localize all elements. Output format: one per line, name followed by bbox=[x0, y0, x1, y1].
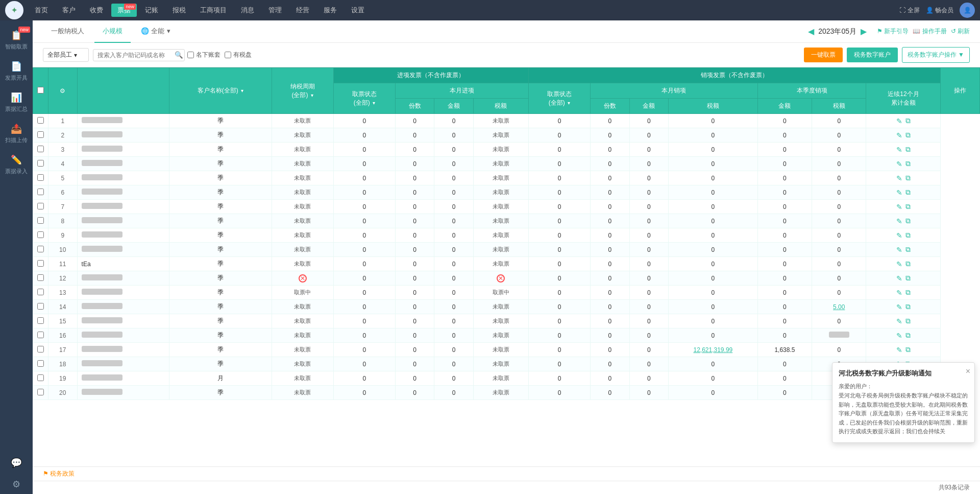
search-input[interactable] bbox=[93, 49, 185, 61]
tax-policy-link[interactable]: ⚑ 税务政策 bbox=[43, 469, 75, 478]
edit-icon[interactable]: ✎ bbox=[896, 317, 902, 325]
copy-icon[interactable]: ⧉ bbox=[905, 188, 911, 197]
tab-general[interactable]: 一般纳税人 bbox=[43, 20, 92, 43]
row-checkbox[interactable] bbox=[37, 317, 44, 324]
edit-icon[interactable]: ✎ bbox=[896, 289, 902, 297]
copy-icon[interactable]: ⧉ bbox=[905, 145, 911, 154]
account-checkbox-label[interactable]: 名下账套 bbox=[187, 51, 220, 59]
copy-icon[interactable]: ⧉ bbox=[905, 317, 911, 325]
row-checkbox[interactable] bbox=[37, 231, 44, 238]
tab-small[interactable]: 小规模 bbox=[94, 20, 131, 43]
select-all-checkbox[interactable] bbox=[37, 87, 44, 93]
copy-icon[interactable]: ⧉ bbox=[905, 131, 911, 139]
edit-icon[interactable]: ✎ bbox=[896, 203, 902, 211]
row-checkbox[interactable] bbox=[37, 303, 44, 310]
sidebar-item-smart-ticket[interactable]: 📋 智能取票 new bbox=[2, 26, 31, 55]
row-checkbox[interactable] bbox=[37, 117, 44, 124]
season-amount-highlight[interactable]: 12,621,319.99 bbox=[693, 346, 732, 354]
app-logo[interactable]: ✦ bbox=[5, 1, 23, 19]
row-checkbox[interactable] bbox=[37, 389, 44, 395]
nav-operation[interactable]: 经营 bbox=[290, 4, 315, 17]
nav-ticket[interactable]: 票据new bbox=[111, 4, 137, 17]
copy-icon[interactable]: ⧉ bbox=[905, 116, 911, 125]
sidebar-item-entry[interactable]: ✏️ 票据录入 bbox=[2, 150, 31, 179]
row-checkbox[interactable] bbox=[37, 274, 44, 281]
account-checkbox[interactable] bbox=[187, 52, 194, 58]
sidebar-item-scan[interactable]: 📤 扫描上传 bbox=[2, 119, 31, 148]
user-avatar[interactable]: 👤 bbox=[960, 3, 975, 18]
row-checkbox[interactable] bbox=[37, 346, 44, 352]
copy-icon[interactable]: ⧉ bbox=[905, 159, 911, 168]
sidebar-item-summary[interactable]: 📊 票据汇总 bbox=[2, 88, 31, 117]
row-checkbox[interactable] bbox=[37, 217, 44, 224]
period-next-btn[interactable]: ▶ bbox=[861, 27, 867, 36]
row-checkbox[interactable] bbox=[37, 246, 44, 252]
nav-service[interactable]: 服务 bbox=[317, 4, 343, 17]
digital-account-ops-btn[interactable]: 税务数字账户操作 ▼ bbox=[902, 47, 970, 63]
fullscreen-btn[interactable]: ⛶ 全屏 bbox=[899, 6, 919, 15]
row-checkbox[interactable] bbox=[37, 203, 44, 209]
row-checkbox[interactable] bbox=[37, 189, 44, 195]
edit-icon[interactable]: ✎ bbox=[896, 303, 902, 311]
employee-select[interactable]: 全部员工 ▾ bbox=[43, 48, 89, 62]
edit-icon[interactable]: ✎ bbox=[896, 274, 902, 283]
nav-client[interactable]: 客户 bbox=[56, 4, 82, 17]
nav-message[interactable]: 消息 bbox=[235, 4, 260, 17]
edit-icon[interactable]: ✎ bbox=[896, 332, 902, 340]
copy-icon[interactable]: ⧉ bbox=[905, 274, 911, 283]
nav-home[interactable]: 首页 bbox=[29, 4, 54, 17]
row-checkbox[interactable] bbox=[37, 374, 44, 381]
copy-icon[interactable]: ⧉ bbox=[905, 217, 911, 225]
manual-btn[interactable]: 📖 操作手册 bbox=[913, 27, 946, 36]
fetch-tickets-btn[interactable]: 一键取票 bbox=[804, 48, 843, 62]
nav-business[interactable]: 工商项目 bbox=[194, 4, 233, 17]
copy-icon[interactable]: ⧉ bbox=[905, 231, 911, 240]
copy-icon[interactable]: ⧉ bbox=[905, 302, 911, 311]
edit-icon[interactable]: ✎ bbox=[896, 131, 902, 139]
nav-fee[interactable]: 收费 bbox=[84, 4, 109, 17]
vip-btn[interactable]: 👤 畅会员 bbox=[926, 6, 953, 15]
edit-icon[interactable]: ✎ bbox=[896, 346, 902, 354]
edit-icon[interactable]: ✎ bbox=[896, 217, 902, 225]
nav-accounting[interactable]: 记账 bbox=[139, 4, 164, 17]
edit-icon[interactable]: ✎ bbox=[896, 260, 902, 268]
search-btn[interactable]: 🔍 bbox=[175, 51, 183, 59]
row-checkbox[interactable] bbox=[37, 360, 44, 367]
new-guide-btn[interactable]: ⚑ 新手引导 bbox=[877, 27, 909, 36]
copy-icon[interactable]: ⧉ bbox=[905, 245, 911, 254]
digital-account-btn[interactable]: 税务数字账户 bbox=[847, 48, 898, 62]
row-checkbox[interactable] bbox=[37, 131, 44, 138]
sidebar-item-chat[interactable]: 💬 bbox=[2, 453, 31, 473]
edit-icon[interactable]: ✎ bbox=[896, 117, 902, 125]
cumulative-val[interactable]: 5.00 bbox=[833, 303, 845, 311]
edit-icon[interactable]: ✎ bbox=[896, 189, 902, 197]
edit-icon[interactable]: ✎ bbox=[896, 231, 902, 240]
row-checkbox[interactable] bbox=[37, 332, 44, 338]
copy-icon[interactable]: ⧉ bbox=[905, 174, 911, 182]
row-checkbox[interactable] bbox=[37, 289, 44, 295]
edit-icon[interactable]: ✎ bbox=[896, 174, 902, 182]
edit-icon[interactable]: ✎ bbox=[896, 246, 902, 254]
copy-icon[interactable]: ⧉ bbox=[905, 345, 911, 354]
row-checkbox[interactable] bbox=[37, 160, 44, 167]
popup-close-btn[interactable]: × bbox=[966, 367, 970, 376]
nav-manage[interactable]: 管理 bbox=[262, 4, 288, 17]
nav-settings[interactable]: 设置 bbox=[345, 4, 371, 17]
tab-all[interactable]: 🌐 全能 ▾ bbox=[133, 20, 179, 43]
row-checkbox[interactable] bbox=[37, 174, 44, 181]
taxpad-checkbox[interactable] bbox=[225, 52, 231, 58]
nav-tax[interactable]: 报税 bbox=[166, 4, 192, 17]
copy-icon[interactable]: ⧉ bbox=[905, 331, 911, 340]
period-prev-btn[interactable]: ◀ bbox=[808, 27, 814, 36]
edit-icon[interactable]: ✎ bbox=[896, 160, 902, 168]
edit-icon[interactable]: ✎ bbox=[896, 146, 902, 154]
refresh-btn[interactable]: ↺ 刷新 bbox=[951, 27, 970, 36]
row-checkbox[interactable] bbox=[37, 146, 44, 152]
copy-icon[interactable]: ⧉ bbox=[905, 260, 911, 268]
copy-icon[interactable]: ⧉ bbox=[905, 202, 911, 211]
copy-icon[interactable]: ⧉ bbox=[905, 288, 911, 297]
taxpad-checkbox-label[interactable]: 有税盘 bbox=[225, 51, 252, 59]
row-checkbox[interactable] bbox=[37, 260, 44, 267]
sidebar-item-gear[interactable]: ⚙ bbox=[2, 475, 31, 494]
sidebar-item-invoice[interactable]: 📄 发票开具 bbox=[2, 57, 31, 86]
